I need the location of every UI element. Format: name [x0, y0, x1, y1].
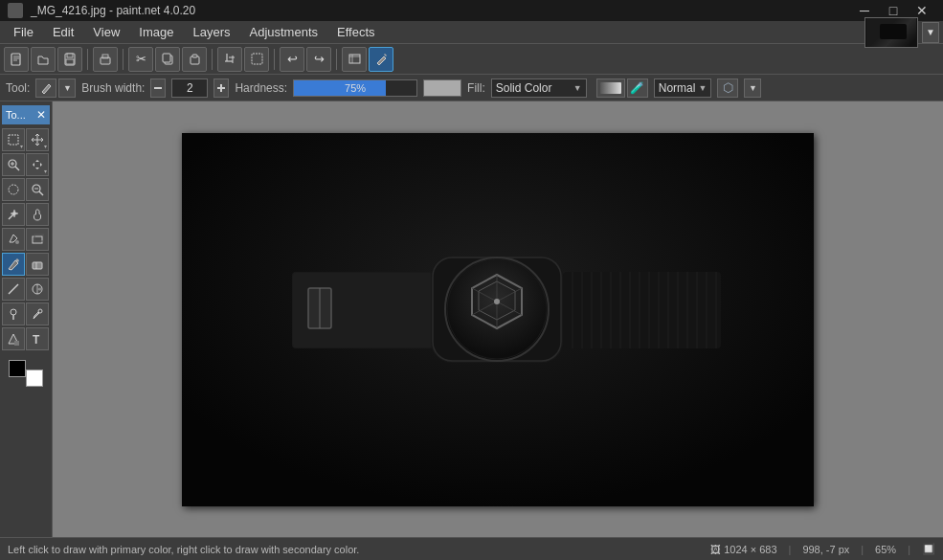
tool-row-2: ▾: [2, 153, 50, 176]
svg-rect-19: [349, 55, 360, 63]
ellipse-select-tool[interactable]: [2, 178, 25, 201]
tool-row-5: [2, 228, 50, 251]
svg-point-45: [38, 309, 42, 313]
cut-button[interactable]: ✂: [128, 47, 153, 72]
pencil-toolbar-button[interactable]: [369, 47, 393, 72]
hardness-preview: [423, 79, 461, 97]
brush-width-input[interactable]: [171, 78, 208, 98]
main-area: To... ✕ ▾ ▾ ▾: [0, 101, 943, 537]
open-button[interactable]: [31, 47, 56, 72]
menu-layers[interactable]: Layers: [183, 22, 239, 43]
gradient-type-button[interactable]: [596, 78, 625, 98]
toolbox: To... ✕ ▾ ▾ ▾: [0, 101, 53, 537]
fill-label: Fill:: [467, 81, 485, 95]
move-selected-tool[interactable]: ▾: [26, 128, 49, 151]
text-tool[interactable]: T: [26, 327, 49, 350]
history-button[interactable]: [342, 47, 367, 72]
blend-mode-extra[interactable]: ▼: [744, 78, 761, 98]
zoom2-tool[interactable]: [26, 178, 49, 201]
menu-image[interactable]: Image: [129, 22, 183, 43]
menu-adjustments[interactable]: Adjustments: [239, 22, 327, 43]
status-right: 🖼 1024 × 683 | 998, -7 px | 65% | 🔲: [710, 543, 935, 555]
tool-row-7: [2, 278, 50, 301]
thumbnail-dropdown[interactable]: ▼: [922, 22, 939, 43]
zoom-value: 65%: [875, 544, 896, 555]
coords-value: 998, -7: [802, 544, 835, 555]
status-memory: 🔲: [922, 543, 935, 555]
menu-bar: File Edit View Image Layers Adjustments …: [0, 21, 943, 44]
deselect-button[interactable]: [244, 47, 269, 72]
svg-point-31: [9, 185, 18, 194]
menu-edit[interactable]: Edit: [43, 22, 83, 43]
layer-tool[interactable]: [26, 228, 49, 251]
dimensions-icon: 🖼: [710, 544, 721, 555]
toolbox-header: To... ✕: [2, 105, 50, 124]
shape-tool[interactable]: [2, 327, 25, 350]
copy-button[interactable]: [155, 47, 180, 72]
eraser-tool[interactable]: [26, 253, 49, 276]
hardness-slider[interactable]: 75%: [293, 79, 417, 97]
svg-text:T: T: [33, 333, 40, 346]
svg-point-36: [15, 240, 19, 244]
toolbar-sep-1: [87, 49, 88, 70]
status-coords: 998, -7 px: [802, 544, 849, 555]
rectangle-select-tool[interactable]: ▾: [2, 128, 25, 151]
paint-bucket-option[interactable]: ⬡: [717, 78, 738, 98]
svg-rect-0: [11, 54, 20, 65]
toolbox-close-button[interactable]: ✕: [36, 108, 46, 122]
paint-bucket-tool[interactable]: [2, 228, 25, 251]
tool-row-9: T: [2, 327, 50, 350]
brush-width-label: Brush width:: [81, 81, 145, 95]
coords-px: px: [839, 544, 850, 555]
toolbar-sep-2: [123, 49, 123, 70]
tool-row-8: [2, 302, 50, 325]
blend-mode-arrow: ▼: [698, 83, 707, 93]
paste-button[interactable]: [182, 47, 207, 72]
brush-width-plus[interactable]: [213, 78, 229, 98]
toolbox-title: To...: [6, 109, 26, 121]
canvas-frame: [182, 133, 814, 506]
hardness-value: 75%: [294, 80, 416, 96]
svg-rect-9: [101, 60, 109, 63]
toolbar-sep-4: [274, 49, 275, 70]
redo-button[interactable]: ↪: [306, 47, 331, 72]
menu-view[interactable]: View: [83, 22, 129, 43]
svg-point-43: [11, 309, 16, 315]
save-button[interactable]: [57, 47, 82, 72]
menu-file[interactable]: File: [4, 22, 43, 43]
status-zoom: 65%: [875, 544, 896, 555]
tool-row-6: [2, 253, 50, 276]
crop-button[interactable]: [217, 47, 242, 72]
magic-wand-tool[interactable]: [2, 203, 25, 226]
canvas-area[interactable]: [53, 101, 943, 537]
pencil-tool[interactable]: [2, 253, 25, 276]
svg-line-41: [9, 284, 18, 294]
color-swatches: [2, 360, 50, 387]
pan-tool[interactable]: [26, 203, 49, 226]
print-button[interactable]: [93, 47, 118, 72]
line-tool[interactable]: [2, 278, 25, 301]
tool-label: Tool:: [6, 81, 30, 95]
primary-color-swatch[interactable]: [9, 360, 26, 377]
menu-effects[interactable]: Effects: [327, 22, 385, 43]
color-picker-tool[interactable]: [26, 302, 49, 325]
image-thumbnail: [864, 17, 918, 48]
clone-stamp-tool[interactable]: [2, 302, 25, 325]
new-button[interactable]: [4, 47, 29, 72]
brush-width-minus[interactable]: [150, 78, 166, 98]
watch-image: [182, 133, 814, 506]
svg-line-33: [39, 191, 43, 195]
move-tool[interactable]: ▾: [26, 153, 49, 176]
image-dimensions: 1024 × 683: [724, 544, 776, 555]
undo-button[interactable]: ↩: [280, 47, 304, 72]
tool-dropdown[interactable]: ▼: [58, 78, 76, 98]
blend-mode-dropdown[interactable]: Normal ▼: [654, 78, 712, 98]
recolor-tool[interactable]: [26, 278, 49, 301]
tool-selector[interactable]: [35, 78, 56, 98]
color-swatch-button[interactable]: 🧪: [627, 78, 648, 98]
svg-rect-5: [67, 54, 73, 57]
secondary-color-swatch[interactable]: [26, 370, 43, 387]
zoom-tool[interactable]: [2, 153, 25, 176]
svg-rect-13: [192, 55, 197, 57]
fill-dropdown[interactable]: Solid Color ▼: [491, 78, 587, 98]
